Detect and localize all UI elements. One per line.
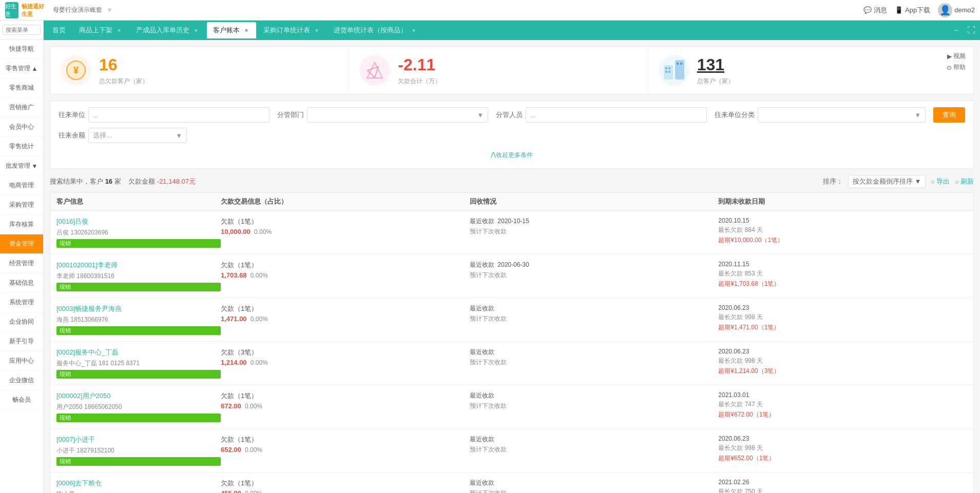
sidebar-item-operations[interactable]: 经营管理 [0,254,43,273]
sidebar-item-ecommerce[interactable]: 电商管理 [0,176,43,195]
tab-product-shelf[interactable]: 商品上下架 × [73,22,129,38]
sidebar-item-purchase[interactable]: 采购管理 [0,195,43,215]
sidebar-item-vip[interactable]: 畅会员 [0,390,43,410]
table-row: [0001020001]李老师 李老师 18600391516 现销 欠款（1笔… [50,254,973,298]
sidebar-item-enterprise[interactable]: 企业协同 [0,312,43,332]
tab-import-stats-label: 进货单统计表（按商品） [334,26,407,35]
overdue-amount-4[interactable]: 超期¥1,214.00（3笔） [718,367,967,376]
customer-name-4[interactable]: [0002]服务中心_丁磊 [56,348,221,357]
tab-purchase-stats-close[interactable]: × [313,27,320,34]
next-collect-1: 预计下次收款 [470,227,719,236]
app-logo: 好生意 [5,2,18,18]
recovery-info-1: 最近收款 2020-10-15 预计下次收款 [470,217,719,248]
balance-select[interactable]: 选择... ▼ [88,128,187,143]
sidebar-item-member[interactable]: 会员中心 [0,117,43,137]
tab-production-history-close[interactable]: × [193,27,200,34]
debt-info-4: 欠款（3笔） 1,214.00 0.00% [221,348,470,379]
sidebar-item-finance[interactable]: 资金管理 [0,234,43,254]
company-dropdown-icon[interactable]: ▼ [106,6,113,14]
overdue-amount-3[interactable]: 超期¥1,471.00（1笔） [718,323,967,332]
last-collect-5: 最近收款 [470,391,719,400]
overdue-info-7: 2021.02.26 最长欠款 750 天 超期¥455.90（1笔） [718,479,967,493]
unit-category-select[interactable]: ▼ [758,107,926,123]
tab-purchase-stats[interactable]: 采购订单统计表 × [257,22,326,38]
debt-amount-icon [359,55,390,86]
debt-count-5: 欠款（1笔） [221,391,470,401]
tab-production-history-label: 产成品入库单历史 [136,26,189,35]
sidebar-item-app-center[interactable]: 应用中心 [0,351,43,371]
tab-customer-account[interactable]: 客户账本 × [207,22,256,38]
debt-amount-number: -2.11 [398,55,637,74]
customer-name-3[interactable]: [0003]畅捷服务尹海燕 [56,304,221,313]
table-row: [0002]服务中心_丁磊 服务中心_丁磊 181 0125 8371 现销 欠… [50,342,973,385]
view-video-label: 视频 [953,52,966,61]
collapse-filters-btn[interactable]: ⋀ 收起更多条件 [59,148,965,162]
sidebar-item-quick-nav[interactable]: 快捷导航 [0,40,43,59]
sidebar-item-sys-mgmt[interactable]: 系统管理 [0,293,43,312]
svg-marker-2 [367,63,382,78]
search-button[interactable]: 查询 [933,107,965,123]
tab-import-stats[interactable]: 进货单统计表（按商品） × [328,22,424,38]
tab-home[interactable]: 首页 [46,22,72,38]
source-unit-input[interactable]: ... [88,107,270,123]
view-video-btn[interactable]: ▶ 视频 [947,52,966,61]
svg-rect-6 [665,67,667,69]
overdue-amount-1[interactable]: 超期¥10,000.00（1笔） [718,236,967,245]
refresh-label: 刷新 [960,177,974,186]
overdue-amount-6[interactable]: 超期¥652.00（1笔） [718,454,967,463]
source-unit-dots: ... [93,111,99,119]
department-arrow-icon: ▼ [477,111,484,119]
tab-import-stats-close[interactable]: × [410,27,417,34]
overdue-days-7: 最长欠款 750 天 [718,487,967,493]
table-row: [0006]去下粮仓 陈小冊 现销 欠款（1笔） 455.90 0.00% 最近… [50,472,973,493]
sidebar-item-retail-mgmt[interactable]: 零售管理 ▲ [0,59,43,78]
customer-name-6[interactable]: [0007]小进干 [56,435,221,444]
balance-arrow-icon: ▼ [176,132,182,140]
tab-purchase-stats-label: 采购订单统计表 [263,26,310,35]
sidebar-item-retail-stats[interactable]: 零售统计 [0,137,43,156]
sidebar-item-basic-info[interactable]: 基础信息 [0,273,43,293]
app-download-btn[interactable]: 📱 App下载 [895,6,930,15]
next-collect-6: 预计下次收款 [470,445,719,454]
message-btn[interactable]: 💬 消息 [863,6,887,15]
tab-product-shelf-close[interactable]: × [116,27,123,34]
manager-input[interactable]: ... [526,107,707,123]
overdue-amount-2[interactable]: 超期¥1,703.68（1笔） [718,280,967,288]
sidebar-item-new-guide[interactable]: 新手引导 [0,332,43,351]
department-select[interactable]: ▼ [307,107,488,123]
tabs-maximize-btn[interactable]: ⛶ [965,25,977,36]
customer-contact-4: 服务中心_丁磊 181 0125 8371 [56,359,221,368]
sort-select[interactable]: 按欠款金额倒序排序 ▼ [848,175,926,188]
sidebar-item-corp-wechat[interactable]: 企业微信 [0,371,43,390]
table-row: [0007]小进干 小进干 18279152100 现销 欠款（1笔） 652.… [50,429,973,472]
export-btn[interactable]: ○ 导出 [931,177,950,186]
refresh-btn[interactable]: ○ 刷新 [955,177,974,186]
help-btn[interactable]: ⊙ 帮助 [947,63,966,72]
tabs-minimize-btn[interactable]: － [950,24,963,37]
customer-name-1[interactable]: [0016]吕俊 [56,217,221,226]
customer-name-7[interactable]: [0006]去下粮仓 [56,479,221,488]
filter-department: 分管部门 ▼ [277,107,488,123]
user-avatar-area[interactable]: 👤 demo2 [938,3,975,17]
due-date-6: 2020.06.23 [718,435,967,442]
top-right-area: 💬 消息 📱 App下载 👤 demo2 [863,3,975,17]
logo-text: 畅捷通好生意 [22,3,49,18]
customer-contact-2: 李老师 18600391516 [56,272,221,281]
filter-source-unit-label: 往来单位 [59,110,85,120]
sidebar-item-inventory[interactable]: 库存核算 [0,215,43,234]
customer-name-5[interactable]: [000002]用户2050 [56,391,221,401]
sidebar-item-retail-mall[interactable]: 零售商城 [0,78,43,98]
customer-name-2[interactable]: [0001020001]李老师 [56,261,221,270]
debt-amount-label: 欠款合计（万） [398,77,637,86]
filter-unit-category-label: 往来单位分类 [715,110,755,120]
debt-count-2: 欠款（1笔） [221,261,470,270]
sidebar-item-marketing[interactable]: 营销推广 [0,98,43,117]
overdue-amount-5[interactable]: 超期¥672.00（1笔） [718,410,967,419]
svg-rect-11 [680,63,682,65]
table-row: [0016]吕俊 吕俊 13026203696 现销 欠款（1笔） 10,000… [50,211,973,254]
tab-production-history[interactable]: 产成品入库单历史 × [130,22,206,38]
debt-amount-row-1: 10,000.00 0.00% [221,228,470,235]
sidebar-search-input[interactable] [3,25,41,35]
sidebar-item-batch-mgmt[interactable]: 批发管理 ▼ [0,156,43,176]
tab-customer-account-close[interactable]: × [243,27,250,34]
